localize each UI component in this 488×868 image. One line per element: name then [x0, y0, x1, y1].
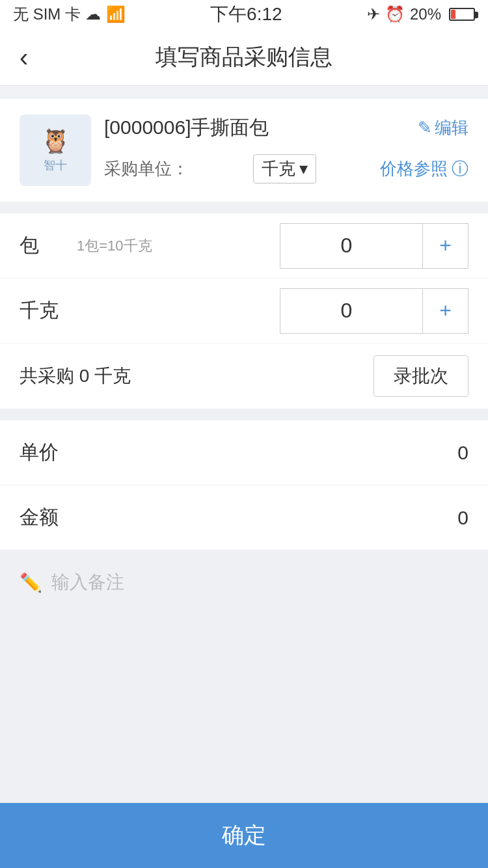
product-owl-icon: 🦉: [41, 128, 70, 155]
edit-label: 编辑: [435, 116, 468, 139]
info-icon: ⓘ: [452, 157, 468, 180]
total-text: 共采购 0 千克: [20, 364, 131, 388]
status-right: ✈ ⏰ 20%: [367, 5, 475, 23]
amount-label: 金额: [20, 504, 59, 531]
amount-row: 金额 0: [0, 485, 488, 550]
status-left: 无 SIM 卡 ☁ 📶: [13, 4, 126, 25]
bag-plus-button[interactable]: +: [423, 223, 468, 269]
pencil-icon: ✏️: [20, 572, 42, 593]
kg-label: 千克: [20, 297, 72, 324]
amount-value: 0: [457, 507, 468, 529]
total-amount: 0: [79, 366, 90, 386]
price-section: 单价 0 金额 0: [0, 420, 488, 550]
product-card: 🦉 智十 [0000006]手撕面包 ✎ 编辑 采购单位： 千克 ▾ 价格参照 …: [0, 99, 488, 202]
product-image-text: 智十: [44, 157, 67, 173]
edit-icon: ✎: [418, 118, 432, 138]
location-icon: ✈: [367, 5, 380, 23]
unit-price-value: 0: [457, 442, 468, 464]
product-name: [0000006]手撕面包: [104, 115, 269, 141]
battery-percent: 20%: [410, 5, 441, 23]
unit-value: 千克: [262, 157, 295, 180]
product-code: [0000006]: [104, 116, 191, 138]
bag-input-controls: +: [280, 223, 468, 269]
sim-label: 无 SIM 卡 ☁: [13, 4, 101, 25]
kg-input-row: 千克 +: [0, 278, 488, 344]
product-name-row: [0000006]手撕面包 ✎ 编辑: [104, 115, 468, 141]
total-unit: 千克: [94, 366, 131, 386]
product-title: 手撕面包: [191, 116, 269, 138]
unit-select[interactable]: 千克 ▾: [253, 154, 316, 183]
product-unit-row: 采购单位： 千克 ▾ 价格参照 ⓘ: [104, 154, 468, 183]
status-time: 下午6:12: [210, 2, 282, 27]
status-bar: 无 SIM 卡 ☁ 📶 下午6:12 ✈ ⏰ 20%: [0, 0, 488, 29]
unit-price-row: 单价 0: [0, 420, 488, 485]
chevron-down-icon: ▾: [299, 159, 308, 179]
kg-quantity-input[interactable]: [280, 288, 423, 334]
bag-quantity-input[interactable]: [280, 223, 423, 269]
nav-bar: ‹ 填写商品采购信息: [0, 29, 488, 86]
divider-2: [0, 409, 488, 420]
notes-placeholder: 输入备注: [51, 570, 124, 595]
product-info: [0000006]手撕面包 ✎ 编辑 采购单位： 千克 ▾ 价格参照 ⓘ: [104, 115, 468, 183]
kg-plus-button[interactable]: +: [423, 288, 468, 334]
page-title: 填写商品采购信息: [156, 42, 332, 72]
input-section: 包 1包=10千克 + 千克 + 共采购 0 千克 录批次: [0, 213, 488, 409]
back-button[interactable]: ‹: [20, 44, 28, 70]
bag-label: 包: [20, 232, 72, 259]
alarm-icon: ⏰: [385, 5, 405, 23]
notes-section[interactable]: ✏️ 输入备注: [0, 550, 488, 614]
edit-button[interactable]: ✎ 编辑: [418, 116, 468, 139]
product-image: 🦉 智十: [20, 115, 91, 186]
unit-price-label: 单价: [20, 439, 59, 466]
kg-input-controls: +: [280, 288, 468, 334]
bag-sub-label: 1包=10千克: [77, 236, 280, 256]
battery-fill: [451, 10, 455, 19]
battery-icon: [449, 8, 475, 21]
bag-input-row: 包 1包=10千克 +: [0, 213, 488, 278]
total-row: 共采购 0 千克 录批次: [0, 344, 488, 409]
price-ref-label: 价格参照: [380, 157, 448, 180]
divider-1: [0, 202, 488, 213]
price-ref-button[interactable]: 价格参照 ⓘ: [380, 157, 468, 180]
unit-label: 采购单位：: [104, 157, 189, 180]
wifi-icon: 📶: [106, 5, 126, 23]
total-label: 共采购: [20, 366, 74, 386]
batch-button[interactable]: 录批次: [373, 355, 468, 397]
confirm-button[interactable]: 确定: [0, 803, 488, 868]
